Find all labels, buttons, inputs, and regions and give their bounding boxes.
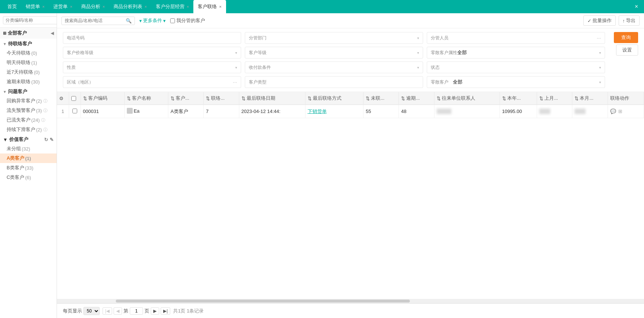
nav-product-list[interactable]: 商品分析列表 × bbox=[109, 0, 151, 13]
sidebar-collapse-icon[interactable]: ◀ bbox=[51, 31, 54, 36]
retail-attr-dropdown-icon: ▾ bbox=[599, 51, 601, 55]
grid-icon: ⊞ bbox=[3, 31, 6, 36]
customer-avatar bbox=[127, 108, 133, 114]
nav-home[interactable]: 首页 bbox=[3, 0, 21, 13]
page-nav: |◀ ◀ 第 页 ▶ ▶| bbox=[103, 307, 170, 315]
sort-icon: ⇅ bbox=[366, 96, 370, 101]
page-number-input[interactable] bbox=[130, 307, 143, 315]
close-customer-contact-icon[interactable]: × bbox=[219, 4, 221, 9]
sidebar-repurchase-abnormal[interactable]: 回购异常客户 (2) ⓘ bbox=[0, 96, 57, 106]
th-contact-person: ⇅ 往来单位联系人 bbox=[434, 92, 500, 105]
more-conditions-btn[interactable]: ▾ 更多条件 ▾ bbox=[139, 17, 166, 24]
sidebar-value-group[interactable]: ▼ 价值客户 ↻ ✎ bbox=[0, 134, 57, 144]
close-sales-icon[interactable]: × bbox=[42, 4, 44, 9]
churn-warning-info-icon: ⓘ bbox=[43, 108, 47, 113]
row-not-contacted: 55 bbox=[363, 105, 398, 118]
payment-field: 收付款条件 ▾ bbox=[245, 61, 423, 73]
nav-purchase[interactable]: 进货单 × bbox=[49, 0, 76, 13]
last-contact-method-link[interactable]: 下销货单 bbox=[308, 109, 327, 114]
qr-icon[interactable]: ⊞ bbox=[618, 109, 622, 114]
close-purchase-icon[interactable]: × bbox=[70, 4, 72, 9]
nav-customer-tier[interactable]: 客户分层经营 × bbox=[151, 0, 193, 13]
sidebar-a-class[interactable]: A类客户 (1) bbox=[0, 153, 57, 163]
query-button[interactable]: 查询 bbox=[614, 32, 638, 43]
sidebar-search-input[interactable] bbox=[3, 16, 57, 24]
horizontal-scrollbar[interactable] bbox=[57, 299, 644, 303]
nav-product-analysis[interactable]: 商品分析 × bbox=[77, 0, 109, 13]
person-more-icon[interactable]: ··· bbox=[597, 35, 601, 41]
sort-icon: ⇅ bbox=[539, 96, 543, 101]
sidebar-pending-group[interactable]: ▼ 待联络客户 bbox=[0, 39, 57, 48]
batch-op-button[interactable]: ✓ 批量操作 bbox=[583, 15, 616, 26]
row-name: Ea bbox=[124, 105, 168, 118]
scrollbar-thumb[interactable] bbox=[116, 300, 410, 303]
th-last-contact-date: ⇅ 最后联络日期 bbox=[239, 92, 305, 105]
price-level-dropdown-icon: ▾ bbox=[235, 51, 237, 55]
sidebar-7days-pending[interactable]: 近7天待联络 (0) bbox=[0, 67, 57, 77]
row-last-contact-date: 2023-04-12 14:44: bbox=[239, 105, 305, 118]
main-search-input[interactable] bbox=[65, 18, 126, 23]
sidebar-overdue-pending[interactable]: 逾期未联络 (30) bbox=[0, 77, 57, 86]
retail-customer-dropdown-icon: ▾ bbox=[599, 80, 601, 84]
per-page-select[interactable]: 50 bbox=[83, 307, 100, 315]
sidebar-declining[interactable]: 持续下滑客户 (2) ⓘ bbox=[0, 125, 57, 134]
first-page-button[interactable]: |◀ bbox=[103, 307, 112, 315]
region-field: 区域（地区） ··· bbox=[63, 76, 241, 88]
sort-icon: ⇅ bbox=[242, 96, 246, 101]
select-all-checkbox[interactable] bbox=[71, 96, 76, 101]
refresh-icon[interactable]: ↻ bbox=[44, 137, 48, 142]
sort-icon: ⇅ bbox=[83, 96, 87, 101]
advanced-filter: 电话号码 分管部门 ▾ 分管人员 ··· bbox=[57, 28, 644, 92]
settings-button[interactable]: 设置 bbox=[616, 45, 638, 56]
chat-icon[interactable]: 💬 bbox=[610, 109, 616, 114]
top-nav: 首页 销货单 × 进货单 × 商品分析 × 商品分析列表 × 客户分层经营 × … bbox=[0, 0, 644, 13]
dept-dropdown-icon: ▾ bbox=[417, 36, 419, 40]
row-checkbox[interactable] bbox=[72, 109, 77, 113]
th-customer-type: ⇅ 客户... bbox=[168, 92, 203, 105]
sidebar-b-class[interactable]: B类客户 (33) bbox=[0, 163, 57, 173]
sidebar-churn-warning[interactable]: 流失预警客户 (3) ⓘ bbox=[0, 106, 57, 115]
close-customer-tier-icon[interactable]: × bbox=[187, 4, 189, 9]
table-header: ⚙ ⇅ 客户编码 bbox=[57, 92, 644, 105]
phone-field: 电话号码 bbox=[63, 32, 241, 44]
close-product-list-icon[interactable]: × bbox=[144, 4, 147, 9]
batch-check-icon: ✓ bbox=[587, 18, 591, 24]
export-button[interactable]: ↑ 导出 bbox=[619, 15, 640, 26]
row-num: 1 bbox=[57, 105, 69, 118]
table-row: 1 000031 Ea A类客户 bbox=[57, 105, 644, 118]
th-name: ⇅ 客户名称 bbox=[124, 92, 168, 105]
declining-info-icon: ⓘ bbox=[43, 127, 47, 132]
dept-field: 分管部门 ▾ bbox=[245, 32, 423, 44]
sidebar-today-pending[interactable]: 今天待联络 (0) bbox=[0, 48, 57, 58]
window-close-button[interactable]: × bbox=[632, 3, 641, 10]
nav-sales[interactable]: 销货单 × bbox=[21, 0, 49, 13]
sidebar-problem-group[interactable]: ▼ 问题客户 bbox=[0, 86, 57, 96]
action-icons: 💬 ⊞ bbox=[610, 109, 641, 114]
prev-page-button[interactable]: ◀ bbox=[114, 307, 122, 315]
last-page-button[interactable]: ▶| bbox=[161, 307, 170, 315]
nature-field: 性质 ▾ bbox=[63, 61, 241, 73]
content-main: ⚙ ⇅ 客户编码 bbox=[57, 92, 644, 318]
gear-icon[interactable]: ⚙ bbox=[59, 96, 64, 101]
sidebar-all-customers[interactable]: ⊞ 全部客户 ◀ bbox=[0, 28, 57, 39]
row-contact-person: RE . bbox=[434, 105, 500, 118]
main-layout: 🔍 ⊞ 全部客户 ◀ ▼ 待联络客户 今天待联络 (0) 明天待联络 (1) 近… bbox=[0, 13, 644, 318]
region-more-icon[interactable]: ··· bbox=[233, 79, 237, 85]
th-last-month: ⇅ 上月... bbox=[537, 92, 572, 105]
sidebar-ungrouped[interactable]: 未分组 (32) bbox=[0, 144, 57, 153]
close-product-analysis-icon[interactable]: × bbox=[103, 4, 105, 9]
my-customers-filter: 我分管的客户 bbox=[170, 17, 205, 24]
retail-attr-field: 零散客户属性 全部 ▾ bbox=[427, 47, 605, 59]
bottom-bar: 每页显示 50 |◀ ◀ 第 页 ▶ ▶| 共1页 1条记录 bbox=[57, 303, 644, 318]
churned-info-icon: ⓘ bbox=[41, 117, 45, 123]
next-page-button[interactable]: ▶ bbox=[151, 307, 159, 315]
main-search-icon[interactable]: 🔍 bbox=[126, 18, 132, 24]
nav-customer-contact[interactable]: 客户联络 × bbox=[193, 0, 226, 13]
sort-icon: ⇅ bbox=[437, 96, 441, 101]
sidebar-tomorrow-pending[interactable]: 明天待联络 (1) bbox=[0, 58, 57, 67]
person-field: 分管人员 ··· bbox=[427, 32, 605, 44]
edit-icon[interactable]: ✎ bbox=[50, 137, 54, 142]
my-customers-checkbox[interactable] bbox=[170, 18, 175, 23]
sidebar-c-class[interactable]: C类客户 (6) bbox=[0, 173, 57, 182]
sidebar-churned[interactable]: 已流失客户 (24) ⓘ bbox=[0, 115, 57, 125]
